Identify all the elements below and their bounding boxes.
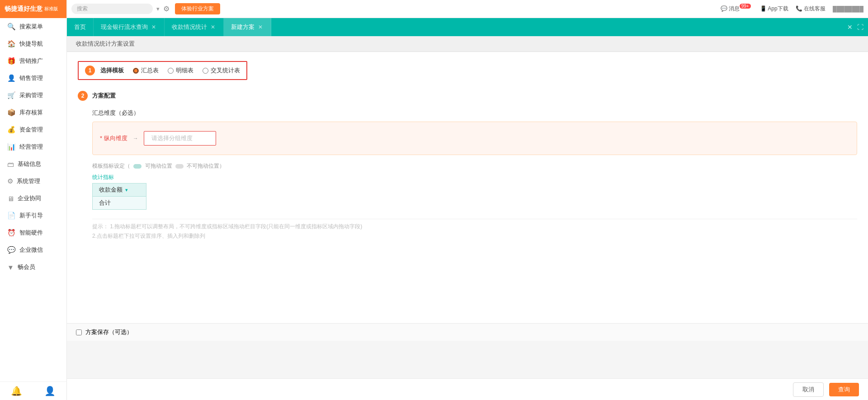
sidebar-item-purchase[interactable]: 🛒 采购管理: [0, 87, 66, 104]
logo-text: 畅捷通好生意: [5, 5, 42, 13]
sidebar-label-system: 系统管理: [17, 177, 40, 185]
guide-icon: 📄: [7, 212, 16, 220]
sidebar-logo: 畅捷通好生意 标准版: [0, 0, 66, 18]
step2-badge: 2: [78, 91, 88, 101]
topbar-right: 💬 消息 99+ 📱 App下载 📞 在线客服 ████████: [721, 5, 863, 13]
cancel-button[interactable]: 取消: [793, 382, 824, 397]
sidebar-item-corp[interactable]: 🖥 企业协同: [0, 190, 66, 207]
sidebar-item-wechat[interactable]: 💬 企业微信: [0, 241, 66, 259]
logo-sub: 标准版: [44, 6, 58, 12]
sidebar-item-operation[interactable]: 📊 经营管理: [0, 138, 66, 155]
sidebar-bottom: 🔔 👤: [0, 381, 66, 400]
tab-new-plan[interactable]: 新建方案 ✕: [224, 18, 271, 36]
tab-home-label: 首页: [74, 23, 86, 31]
radio-detail-input[interactable]: [168, 68, 174, 74]
sidebar-item-system[interactable]: ⚙ 系统管理: [0, 173, 66, 190]
topbar: 搜索 ▾ ⚙ 体验行业方案 💬 消息 99+ 📱 App下载 📞 在线客服 ██…: [67, 0, 868, 18]
tip-line2: 2.点击标题栏下拉可设置排序、插入列和删除列: [92, 232, 857, 240]
chat-icon: 💬: [7, 246, 16, 254]
form-section: 1 选择模板 汇总表 明细表 交叉统计表: [67, 52, 868, 323]
money-icon: 💰: [7, 126, 16, 134]
sidebar-item-basic[interactable]: 🗃 基础信息: [0, 155, 66, 173]
dimension-section-title: 汇总维度（必选）: [92, 109, 857, 117]
tabbar: 首页 现金银行流水查询 ✕ 收款情况统计 ✕ 新建方案 ✕ ✕ ⛶: [67, 18, 868, 36]
sidebar-item-search[interactable]: 🔍 搜索菜单: [0, 18, 66, 35]
service-area[interactable]: 📞 在线客服: [796, 5, 826, 13]
sidebar-label-quick-nav: 快捷导航: [19, 40, 43, 48]
chart-icon: 📊: [7, 143, 16, 151]
sidebar-label-purchase: 采购管理: [19, 91, 43, 99]
sidebar-item-member[interactable]: ▼ 畅会员: [0, 259, 66, 276]
metrics-tag-payment[interactable]: 收款金额 ▾: [92, 183, 146, 197]
notification-label: 消息: [729, 5, 740, 12]
dimension-row: * 纵向维度 → 请选择分组维度: [100, 131, 849, 146]
sidebar-label-member: 畅会员: [18, 263, 35, 271]
metrics-category-label: 统计指标: [92, 174, 857, 181]
radio-detail-label: 明细表: [176, 66, 193, 75]
sidebar-item-inventory[interactable]: 📦 库存核算: [0, 104, 66, 121]
vertical-dim-label: * 纵向维度: [100, 134, 127, 142]
sidebar-label-finance: 资金管理: [19, 126, 43, 134]
metrics-subtag-total: 合计: [92, 197, 146, 210]
step1-badge: 1: [85, 66, 95, 75]
dimension-area: * 纵向维度 → 请选择分组维度: [92, 122, 857, 155]
template-selector: 1 选择模板 汇总表 明细表 交叉统计表: [78, 61, 247, 80]
gear-icon[interactable]: ⚙: [163, 5, 170, 13]
tab-cashflow-label: 现金银行流水查询: [101, 23, 148, 31]
search-placeholder: 搜索: [77, 5, 88, 12]
radio-cross-input[interactable]: [203, 68, 208, 74]
step2-title: 方案配置: [92, 92, 116, 100]
tab-payment-close-icon[interactable]: ✕: [210, 23, 216, 31]
notification-area[interactable]: 💬 消息 99+: [721, 5, 753, 13]
desktop-icon: 🖥: [7, 195, 14, 202]
tab-payment[interactable]: 收款情况统计 ✕: [165, 18, 224, 36]
maximize-icon[interactable]: ⛶: [857, 24, 863, 31]
settings-icon: ⚙: [7, 177, 13, 185]
arrow-icon: →: [133, 135, 138, 141]
chevron-down-icon[interactable]: ▾: [125, 187, 128, 193]
sidebar-item-quick-nav[interactable]: 🏠 快捷导航: [0, 35, 66, 52]
sidebar-bottom-icon1[interactable]: 🔔: [11, 386, 22, 396]
tab-cashflow[interactable]: 现金银行流水查询 ✕: [94, 18, 165, 36]
dimension-selector[interactable]: 请选择分组维度: [144, 131, 216, 146]
sidebar-item-guide[interactable]: 📄 新手引导: [0, 207, 66, 224]
tab-new-plan-label: 新建方案: [231, 23, 255, 31]
page-header: 收款情况统计方案设置: [67, 36, 868, 52]
sidebar-label-operation: 经营管理: [19, 143, 43, 151]
draggable-indicator: [133, 164, 142, 169]
sidebar-bottom-icon2[interactable]: 👤: [44, 386, 56, 396]
sidebar-label-guide: 新手引导: [19, 212, 43, 220]
config-section: 汇总维度（必选） * 纵向维度 → 请选择分组维度 模: [78, 109, 857, 242]
save-checkbox[interactable]: [76, 329, 82, 335]
metrics-label: 模板指标设定（ 可拖动位置 不可拖动位置）: [92, 162, 857, 170]
content-area: 收款情况统计方案设置 1 选择模板 汇总表 明细表: [67, 36, 868, 378]
sidebar-item-finance[interactable]: 💰 资金管理: [0, 121, 66, 138]
tab-new-plan-close-icon[interactable]: ✕: [257, 23, 264, 31]
sidebar-item-marketing[interactable]: 🎁 营销推广: [0, 52, 66, 70]
save-row: 方案保存（可选）: [67, 323, 868, 341]
sidebar-item-hardware[interactable]: ⏰ 智能硬件: [0, 224, 66, 241]
close-window-icon[interactable]: ✕: [847, 24, 853, 31]
footer-bar: 取消 查询: [67, 378, 868, 400]
sidebar-label-wechat: 企业微信: [19, 246, 43, 254]
radio-summary[interactable]: 汇总表: [133, 66, 159, 75]
radio-cross[interactable]: 交叉统计表: [203, 66, 240, 75]
metrics-section: 模板指标设定（ 可拖动位置 不可拖动位置） 统计指标: [92, 162, 857, 210]
user-area[interactable]: ████████: [833, 6, 863, 12]
radio-summary-input[interactable]: [133, 68, 139, 74]
radio-detail[interactable]: 明细表: [168, 66, 193, 75]
sidebar-item-sales[interactable]: 👤 销售管理: [0, 70, 66, 87]
tips-section: 提示： 1.拖动标题栏可以调整布局，不可跨维度或指标区域拖动栏目字段(只能在同一…: [92, 219, 857, 240]
search-bar[interactable]: 搜索: [71, 4, 153, 14]
tab-home[interactable]: 首页: [67, 18, 94, 36]
radio-cross-label: 交叉统计表: [211, 66, 240, 75]
metrics-tags: 收款金额 ▾ 合计: [92, 183, 857, 210]
download-label: App下载: [768, 5, 788, 12]
query-button[interactable]: 查询: [829, 383, 859, 396]
download-area[interactable]: 📱 App下载: [760, 5, 788, 13]
trial-button[interactable]: 体验行业方案: [175, 3, 220, 14]
tab-cashflow-close-icon[interactable]: ✕: [151, 23, 157, 31]
service-label: 在线客服: [804, 5, 826, 12]
member-icon: ▼: [7, 264, 14, 271]
dropdown-arrow-icon[interactable]: ▾: [156, 5, 160, 12]
